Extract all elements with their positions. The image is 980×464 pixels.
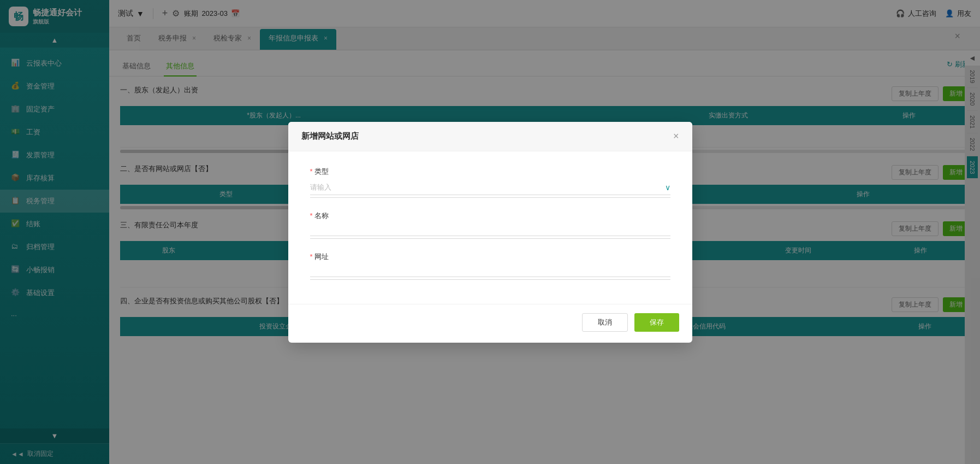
modal-overlay[interactable]: 新增网站或网店 × * 类型 ∨ *: [0, 0, 980, 464]
url-label: * 网址: [310, 252, 329, 261]
type-required-marker: *: [310, 167, 313, 175]
name-field-name: 名称: [314, 212, 329, 220]
modal-add-website: 新增网站或网店 × * 类型 ∨ *: [288, 122, 692, 343]
modal-footer: 取消 保存: [288, 304, 692, 343]
type-underline: [310, 197, 670, 198]
name-input[interactable]: [310, 221, 670, 236]
url-underline: [310, 279, 670, 280]
url-input[interactable]: [310, 262, 670, 277]
modal-body: * 类型 ∨ * 名称: [288, 151, 692, 304]
type-label: * 类型: [310, 167, 329, 177]
url-field-name: 网址: [314, 252, 329, 261]
type-select-wrapper: ∨: [310, 180, 670, 195]
name-required-marker: *: [310, 212, 313, 220]
modal-title: 新增网站或网店: [301, 131, 359, 142]
modal-close-btn[interactable]: ×: [673, 131, 679, 142]
cancel-btn[interactable]: 取消: [582, 313, 628, 332]
save-btn[interactable]: 保存: [634, 313, 679, 332]
url-required-marker: *: [310, 252, 313, 261]
form-row-name: * 名称: [310, 211, 670, 239]
name-underline: [310, 238, 670, 239]
modal-header: 新增网站或网店 ×: [288, 122, 692, 151]
name-label: * 名称: [310, 212, 329, 220]
type-input[interactable]: [310, 180, 670, 195]
form-row-type: * 类型 ∨: [310, 167, 670, 198]
type-field-name: 类型: [314, 167, 329, 175]
form-row-url: * 网址: [310, 252, 670, 280]
